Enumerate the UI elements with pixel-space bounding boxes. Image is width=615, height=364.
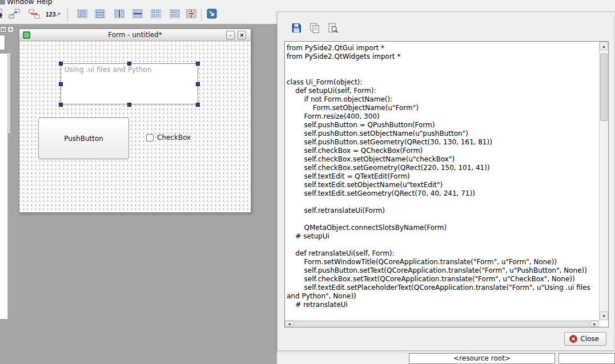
widget-filter-input[interactable] [0, 35, 5, 50]
resource-browser-panel-fragment [558, 353, 615, 364]
selection-handle-top-left[interactable] [59, 62, 63, 66]
scroll-down-arrow[interactable]: ▼ [600, 312, 608, 320]
lay-out-vertically-icon [94, 8, 106, 21]
scroll-up-arrow[interactable]: ▲ [600, 42, 608, 50]
widget-box-list[interactable] [0, 53, 8, 319]
selection-handle-bottom-right[interactable] [196, 103, 200, 107]
find-icon [327, 22, 339, 35]
form-editor-window: D Form - untitled* - ✕ Using .ui files a… [19, 29, 251, 213]
edit-widgets-icon [0, 8, 5, 21]
code-view[interactable]: from PySide2.QtGui import * from PySide2… [284, 41, 609, 327]
tab-order-arrow-icon [56, 11, 61, 17]
selection-handle-top-right[interactable] [196, 62, 200, 66]
lay-out-in-a-grid-icon [150, 8, 162, 21]
menu-bar: Window Help [0, 0, 615, 6]
edit-buddies-icon [29, 8, 40, 21]
resource-browser-root[interactable]: <resource root> [409, 353, 555, 364]
lay-out-in-a-form-layout-icon [169, 8, 180, 21]
selection-handle-bottom-middle[interactable] [127, 103, 131, 107]
resource-root-label: <resource root> [453, 354, 511, 362]
horizontal-scrollbar[interactable]: ◀ ▶ [285, 320, 599, 327]
menu-fragment-icon [0, 0, 5, 5]
menu-window[interactable]: Window [7, 0, 34, 6]
edit-tab-order-button[interactable]: 123 [45, 7, 62, 22]
break-layout-button[interactable] [184, 7, 199, 22]
adjust-size-button[interactable] [204, 7, 219, 22]
adjust-size-icon [206, 8, 218, 21]
textedit-widget[interactable]: Using .ui files and Python [61, 63, 198, 104]
scroll-left-arrow[interactable]: ◀ [285, 321, 294, 327]
edit-signals-slots-icon [9, 8, 20, 21]
form-window-title: Form - untitled* [19, 31, 251, 39]
form-window-titlebar[interactable]: D Form - untitled* - ✕ [19, 29, 251, 41]
lay-out-horizontally-button[interactable] [75, 7, 90, 22]
edit-buddies-button[interactable] [27, 7, 42, 22]
horizontal-scrollbar-thumb[interactable] [294, 321, 590, 326]
selection-handle-middle-left[interactable] [59, 82, 63, 86]
lay-out-vertically-in-splitter-icon [132, 8, 143, 21]
lay-out-horizontally-in-splitter-button[interactable] [112, 7, 127, 22]
selection-handle-top-middle[interactable] [127, 62, 131, 66]
find-button[interactable] [325, 21, 340, 36]
lay-out-vertically-button[interactable] [93, 7, 107, 22]
close-icon: ✕ [9, 27, 13, 31]
float-icon [2, 29, 5, 31]
dock-close-button[interactable]: ✕ [7, 26, 14, 33]
close-window-button[interactable]: ✕ [238, 31, 246, 39]
scroll-right-arrow[interactable]: ▶ [590, 321, 599, 327]
save-icon [291, 22, 302, 35]
code-preview-dialog: from PySide2.QtGui import * from PySide2… [277, 11, 615, 351]
edit-widgets-button[interactable] [0, 7, 7, 22]
vertical-scrollbar-thumb[interactable] [600, 54, 608, 121]
lay-out-horizontally-in-splitter-icon [114, 8, 125, 21]
edit-signals-slots-button[interactable] [7, 7, 22, 22]
lay-out-horizontally-icon [77, 8, 88, 21]
lay-out-vertically-in-splitter-button[interactable] [130, 7, 145, 22]
form-canvas[interactable]: Using .ui files and Python PushButton Ch… [19, 41, 251, 212]
qt-designer-window: Window Help 123 [0, 0, 615, 364]
pushbutton-widget[interactable]: PushButton [38, 118, 129, 159]
lay-out-in-a-grid-button[interactable] [148, 7, 163, 22]
copy-button[interactable] [307, 21, 322, 36]
minimize-button[interactable]: - [226, 31, 235, 39]
mdi-area: ✕ D Form - untitled* - ✕ Using .ui files… [0, 24, 277, 364]
checkbox-label: CheckBox [157, 134, 191, 141]
close-button[interactable]: Close [564, 332, 606, 346]
close-circle-icon [569, 335, 577, 343]
toolbar-separator [67, 9, 68, 21]
edit-tab-order-icon: 123 [46, 11, 56, 18]
selection-handle-bottom-left[interactable] [59, 103, 63, 107]
widget-box-scrollbar[interactable] [8, 53, 10, 133]
selection-handle-middle-right[interactable] [196, 82, 200, 86]
code-text: from PySide2.QtGui import * from PySide2… [287, 44, 598, 319]
checkbox-widget[interactable]: CheckBox [146, 134, 191, 141]
break-layout-icon [186, 8, 197, 21]
menu-help[interactable]: Help [37, 0, 52, 6]
save-button[interactable] [289, 21, 304, 36]
checkbox-indicator[interactable] [146, 134, 154, 141]
dock-float-button[interactable] [0, 26, 6, 33]
vertical-scrollbar[interactable]: ▲ ▼ [599, 42, 608, 320]
close-button-label: Close [580, 335, 599, 343]
textedit-placeholder: Using .ui files and Python [61, 64, 198, 75]
lay-out-in-a-form-layout-button[interactable] [167, 7, 182, 22]
copy-icon [309, 22, 320, 35]
toolbar-separator [201, 9, 202, 21]
